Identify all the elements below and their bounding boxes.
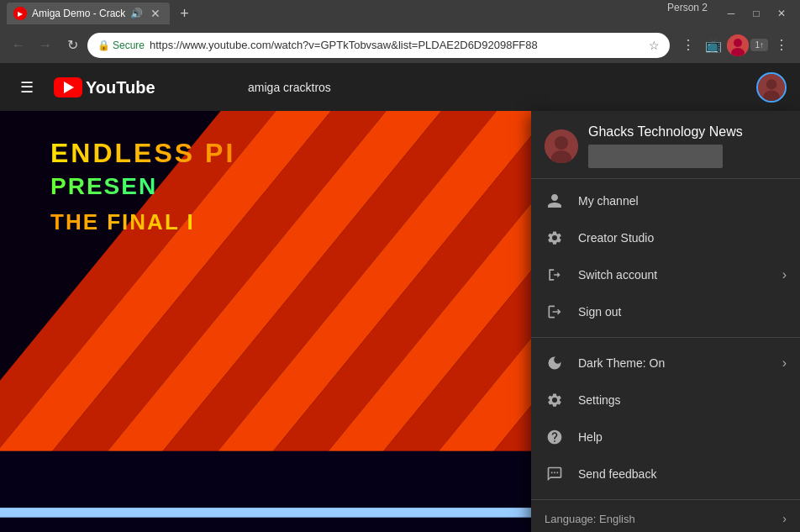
- forward-button[interactable]: →: [34, 34, 57, 57]
- video-title-line1: ENDLESS PI: [50, 136, 531, 171]
- minimize-button[interactable]: ─: [719, 2, 743, 25]
- dark-theme-item[interactable]: Dark Theme: On ›: [531, 345, 800, 382]
- feedback-icon: [545, 464, 565, 484]
- youtube-play-icon: [64, 82, 74, 93]
- refresh-button[interactable]: ↻: [61, 34, 84, 57]
- svg-point-1: [734, 39, 742, 47]
- language-item[interactable]: Language: English ›: [531, 503, 800, 532]
- update-badge: 1↑: [750, 39, 768, 51]
- language-arrow: ›: [782, 512, 787, 525]
- omnibox[interactable]: 🔒 Secure https://www.youtube.com/watch?v…: [87, 33, 670, 58]
- page-content: ☰ YouTube: [0, 64, 800, 532]
- my-channel-label: My channel: [578, 194, 787, 208]
- help-icon: [545, 427, 565, 447]
- creator-studio-item[interactable]: Creator Studio: [531, 219, 800, 256]
- svg-point-22: [555, 136, 568, 150]
- dropdown-section-2: Dark Theme: On › Settings Help: [531, 341, 800, 496]
- person-icon: [545, 191, 565, 211]
- youtube-logo-icon: [54, 77, 82, 97]
- back-button[interactable]: ←: [7, 34, 30, 57]
- chrome-menu-button[interactable]: ⋮: [770, 34, 793, 57]
- bookmark-star-icon[interactable]: ☆: [649, 39, 660, 52]
- omnibox-actions: ☆: [649, 39, 660, 52]
- switch-account-arrow: ›: [782, 267, 787, 282]
- header-right: [756, 72, 787, 103]
- svg-point-4: [766, 79, 776, 89]
- language-label: Language: English: [545, 513, 635, 525]
- dark-theme-label: Dark Theme: On: [578, 356, 769, 370]
- video-title-line2: PRESEN: [50, 171, 531, 202]
- switch-account-item[interactable]: Switch account ›: [531, 256, 800, 293]
- channel-input[interactable]: [588, 145, 723, 168]
- video-title-line3: THE FINAL I: [50, 208, 531, 237]
- extensions-button[interactable]: ⋮: [676, 34, 700, 57]
- gear-icon: [545, 228, 565, 248]
- titlebar-controls: Person 2 ─ □ ✕: [667, 2, 793, 25]
- dropdown-small-section: Language: English › Content location: Un…: [531, 503, 800, 532]
- channel-name: Ghacks Technology News: [588, 124, 743, 140]
- titlebar-user: Person 2: [667, 2, 708, 25]
- search-input[interactable]: [248, 74, 584, 101]
- help-item[interactable]: Help: [531, 419, 800, 456]
- signout-icon: [545, 302, 565, 322]
- dropdown-divider-1: [531, 337, 800, 338]
- dropdown-section-1: My channel Creator Studio Switch account…: [531, 179, 800, 334]
- browser-toolbar: ← → ↻ 🔒 Secure https://www.youtube.com/w…: [0, 27, 800, 64]
- tab-audio-icon: 🔊: [130, 8, 143, 19]
- settings-gear-icon: [545, 390, 565, 410]
- dropdown-account-info: Ghacks Technology News: [588, 124, 743, 168]
- maximize-button[interactable]: □: [745, 2, 768, 25]
- help-label: Help: [578, 430, 787, 444]
- moon-icon: [545, 353, 565, 373]
- tab-title: Amiga Demo - Crack: [32, 8, 125, 19]
- hamburger-menu-icon[interactable]: ☰: [13, 71, 40, 103]
- send-feedback-item[interactable]: Send feedback: [531, 456, 800, 492]
- secure-label: Secure: [113, 40, 145, 51]
- user-avatar-button[interactable]: [756, 72, 787, 103]
- dropdown-avatar: [545, 129, 578, 163]
- youtube-logo-text: YouTube: [86, 78, 155, 97]
- dropdown-header: Ghacks Technology News: [531, 111, 800, 179]
- profile-avatar[interactable]: [727, 34, 749, 56]
- switch-account-label: Switch account: [578, 268, 769, 282]
- close-button[interactable]: ✕: [770, 2, 793, 25]
- sign-out-item[interactable]: Sign out: [531, 293, 800, 330]
- dark-theme-arrow: ›: [782, 356, 787, 371]
- tab-close-button[interactable]: ✕: [148, 6, 163, 21]
- secure-indicator: 🔒 Secure: [97, 40, 145, 51]
- settings-label: Settings: [578, 393, 787, 407]
- browser-tab[interactable]: ▶ Amiga Demo - Crack 🔊 ✕: [7, 3, 170, 24]
- cast-button[interactable]: 📺: [702, 34, 725, 57]
- tab-favicon: ▶: [13, 7, 27, 20]
- browser-titlebar: ▶ Amiga Demo - Crack 🔊 ✕ + Person 2 ─ □ …: [0, 0, 800, 27]
- main-content: ENDLESS PI PRESEN THE FINAL I Ghacks Tec…: [0, 111, 800, 532]
- my-channel-item[interactable]: My channel: [531, 182, 800, 219]
- new-tab-button[interactable]: +: [175, 5, 194, 23]
- youtube-header: ☰ YouTube: [0, 64, 800, 111]
- user-dropdown-menu: Ghacks Technology News My channel: [531, 111, 800, 532]
- sign-out-label: Sign out: [578, 305, 787, 319]
- lock-icon: 🔒: [97, 40, 110, 51]
- switch-icon: [545, 265, 565, 285]
- video-text-overlay: ENDLESS PI PRESEN THE FINAL I: [50, 136, 531, 237]
- creator-studio-label: Creator Studio: [578, 231, 787, 245]
- toolbar-extras: ⋮ 📺 1↑ ⋮: [676, 34, 793, 57]
- search-bar[interactable]: [248, 74, 584, 101]
- svg-point-5: [763, 91, 780, 103]
- youtube-logo[interactable]: YouTube: [54, 77, 155, 97]
- send-feedback-label: Send feedback: [578, 467, 787, 481]
- url-bar[interactable]: https://www.youtube.com/watch?v=GPTkTobv…: [150, 39, 644, 51]
- dropdown-divider-2: [531, 499, 800, 500]
- settings-item[interactable]: Settings: [531, 382, 800, 419]
